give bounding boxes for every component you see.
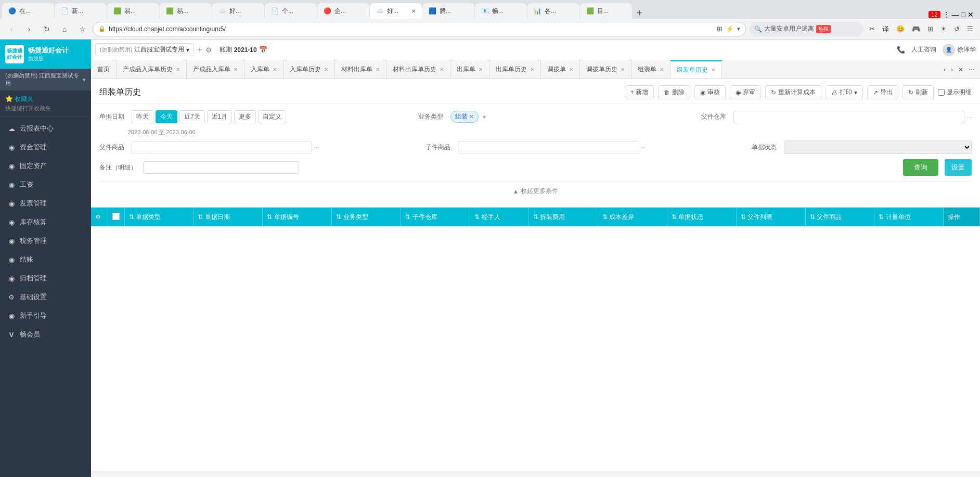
sidebar-item-tax[interactable]: ◉ 税务管理 — [0, 231, 91, 250]
help-label[interactable]: 人工咨询 — [911, 45, 936, 54]
last7-btn[interactable]: 近7天 — [179, 110, 205, 123]
address-lightning-icon[interactable]: ⚡ — [726, 25, 734, 33]
show-detail-label[interactable]: 显示明细 — [938, 88, 972, 97]
translate-icon[interactable]: 译 — [880, 23, 892, 35]
th-bill-type[interactable]: ⇅ 单据类型 — [124, 208, 194, 226]
emoji-icon[interactable]: 😊 — [894, 23, 907, 34]
minimize-icon[interactable]: — — [952, 10, 959, 19]
page-tab-transfer[interactable]: 调拨单 ✕ — [541, 60, 580, 79]
close-tab-icon[interactable]: ✕ — [176, 67, 180, 72]
yesterday-btn[interactable]: 昨天 — [132, 110, 153, 123]
close-tab-icon[interactable]: ✕ — [376, 67, 380, 72]
sidebar-item-inventory[interactable]: ◉ 库存核算 — [0, 213, 91, 231]
page-tab-produced-in[interactable]: 产成品入库单 ✕ — [187, 60, 244, 79]
page-tab-stock-in-hist[interactable]: 入库单历史 ✕ — [283, 60, 335, 79]
sub-goods-input[interactable] — [458, 141, 638, 153]
parent-goods-more-icon[interactable]: ··· — [314, 144, 319, 151]
new-tab-button[interactable]: + — [633, 8, 647, 19]
sidebar-item-payroll[interactable]: ◉ 工资 — [0, 175, 91, 194]
tabs-next-button[interactable]: › — [949, 65, 955, 74]
menu-icon[interactable]: ☰ — [964, 23, 976, 34]
th-operation[interactable]: 操作 — [944, 208, 980, 226]
th-unit[interactable]: ⇅ 计量单位 — [874, 208, 944, 226]
customer-service-icon[interactable]: 📞 — [897, 46, 905, 54]
print-button[interactable]: 🖨 打印 ▾ — [826, 85, 863, 99]
sidebar-item-fixed-assets[interactable]: ◉ 固定资产 — [0, 157, 91, 175]
close-browser-icon[interactable]: ✕ — [968, 10, 974, 19]
browser-tab-11[interactable]: 🟩 目... — [580, 3, 632, 19]
close-tab-icon[interactable]: ✕ — [660, 67, 664, 72]
bookmark-button[interactable]: ☆ — [75, 22, 89, 36]
more-date-btn[interactable]: 更多 — [234, 110, 256, 123]
close-tab-7-icon[interactable]: ✕ — [411, 8, 416, 14]
reload-button[interactable]: ↻ — [40, 22, 54, 36]
close-tab-icon[interactable]: ✕ — [234, 67, 238, 72]
recalc-button[interactable]: ↻ 重新计算成本 — [765, 85, 821, 99]
last-month-btn[interactable]: 近1月 — [207, 110, 233, 123]
home-button[interactable]: ⌂ — [57, 22, 72, 36]
page-tab-out[interactable]: 出库单 ✕ — [450, 60, 489, 79]
close-tab-icon[interactable]: ✕ — [440, 67, 444, 72]
th-biz-type[interactable]: ⇅ 业务类型 — [332, 208, 401, 226]
th-parent-goods[interactable]: ⇅ 父件商品 — [805, 208, 874, 226]
sun-icon[interactable]: ☀ — [938, 23, 949, 34]
show-detail-checkbox[interactable] — [938, 89, 945, 96]
browser-tab-0[interactable]: 🔵 在... — [2, 3, 54, 19]
search-bar[interactable]: 🔍 大量安卓用户逃离 热搜 — [749, 22, 863, 36]
maximize-icon[interactable]: □ — [961, 10, 965, 19]
abandon-button[interactable]: ◉ 弃审 — [730, 85, 761, 99]
audit-button[interactable]: ◉ 审核 — [694, 85, 726, 99]
tabs-more-button[interactable]: ⋯ — [966, 65, 977, 74]
query-button[interactable]: 查询 — [903, 159, 938, 176]
sidebar-item-closing[interactable]: ◉ 结账 — [0, 250, 91, 269]
tabs-close-all-button[interactable]: ✕ — [956, 65, 965, 74]
browser-tab-1[interactable]: 📄 新... — [55, 3, 107, 19]
sidebar-item-guide[interactable]: ◉ 新手引导 — [0, 306, 91, 325]
browser-tab-8[interactable]: 🟦 腾... — [422, 3, 474, 19]
settings-gear-icon[interactable]: ⚙ — [205, 46, 212, 54]
undo-icon[interactable]: ↺ — [951, 23, 962, 34]
bookmarks-title[interactable]: ⭐ 收藏夹 — [5, 95, 86, 104]
tab-menu-icon[interactable]: ⋮ — [943, 10, 950, 19]
th-disassemble-cost[interactable]: ⇅ 拆装费用 — [528, 208, 598, 226]
page-tab-assemble-hist[interactable]: 组装单历史 ✕ — [670, 60, 722, 79]
custom-date-btn[interactable]: 自定义 — [258, 110, 286, 123]
sidebar-company[interactable]: (勿删勿禁用) 江西服宝测试专用 ▾ — [0, 69, 91, 91]
address-grid-icon[interactable]: ⊞ — [717, 25, 723, 33]
add-company-icon[interactable]: + — [197, 45, 202, 55]
close-tab-icon[interactable]: ✕ — [569, 67, 573, 72]
header-company-selector[interactable]: (勿删勿禁用) 江西服宝测试专用 ▾ — [95, 43, 194, 56]
delete-button[interactable]: 🗑 删除 — [658, 85, 690, 99]
sidebar-item-capital[interactable]: ◉ 资金管理 — [0, 138, 91, 157]
back-button[interactable]: ‹ — [4, 22, 19, 36]
header-user[interactable]: 👤 徐泽华 — [943, 44, 976, 56]
browser-tab-9[interactable]: 📧 畅... — [475, 3, 527, 19]
horizontal-scrollbar[interactable] — [91, 471, 980, 477]
page-tab-out-hist[interactable]: 出库单历史 ✕ — [489, 60, 541, 79]
close-tab-icon[interactable]: ✕ — [530, 67, 534, 72]
parent-warehouse-input[interactable] — [733, 111, 964, 123]
calendar-icon[interactable]: 📅 — [259, 46, 267, 54]
browser-tab-4[interactable]: ☁️ 好... — [212, 3, 264, 19]
bookmarks-sub[interactable]: 快捷键打开收藏夹 — [5, 105, 86, 112]
remove-biz-type-icon[interactable]: ✕ — [469, 113, 474, 120]
th-checkbox[interactable] — [108, 208, 124, 226]
column-settings-icon[interactable]: ⚙ — [95, 213, 101, 221]
th-sub-warehouse[interactable]: ⇅ 子件仓库 — [401, 208, 470, 226]
page-tab-material-out[interactable]: 材料出库单 ✕ — [335, 60, 386, 79]
th-parent-list[interactable]: ⇅ 父件列表 — [736, 208, 805, 226]
sidebar-item-vip[interactable]: V 畅会员 — [0, 325, 91, 344]
browser-tab-7[interactable]: ☁️ 好... ✕ — [370, 3, 422, 19]
refresh-button[interactable]: ↻ 刷新 — [902, 85, 934, 99]
th-handler[interactable]: ⇅ 经手人 — [470, 208, 529, 226]
today-btn[interactable]: 今天 — [156, 110, 177, 123]
export-button[interactable]: ↗ 导出 — [867, 85, 898, 99]
biz-type-dropdown-icon[interactable]: ▾ — [483, 113, 486, 121]
th-settings[interactable]: ⚙ — [91, 208, 108, 226]
notes-input[interactable] — [143, 161, 299, 174]
th-cost-diff[interactable]: ⇅ 成本差异 — [598, 208, 667, 226]
browser-tab-5[interactable]: 📄 个... — [265, 3, 317, 19]
page-tab-home[interactable]: 首页 — [91, 60, 117, 79]
close-tab-icon[interactable]: ✕ — [273, 67, 277, 72]
page-tab-transfer-hist[interactable]: 调拨单历史 ✕ — [580, 60, 631, 79]
